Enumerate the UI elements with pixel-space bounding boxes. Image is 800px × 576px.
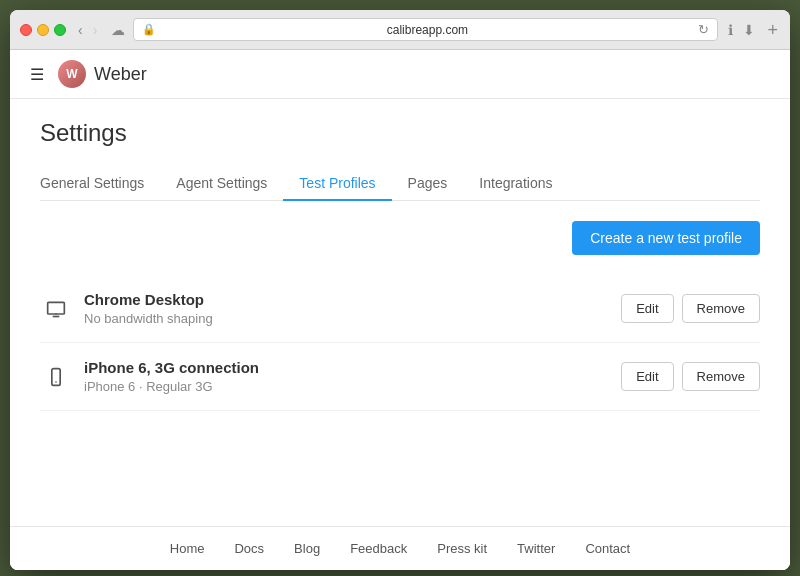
profile-list: Chrome Desktop No bandwidth shaping Edit… bbox=[40, 275, 760, 411]
edit-profile-button[interactable]: Edit bbox=[621, 294, 673, 323]
desktop-icon bbox=[40, 293, 72, 325]
footer-link-press-kit[interactable]: Press kit bbox=[437, 541, 487, 556]
footer-link-docs[interactable]: Docs bbox=[234, 541, 264, 556]
app-name: Weber bbox=[94, 64, 147, 85]
footer-link-feedback[interactable]: Feedback bbox=[350, 541, 407, 556]
action-row: Create a new test profile bbox=[40, 221, 760, 255]
profile-info: iPhone 6, 3G connection iPhone 6 · Regul… bbox=[84, 359, 621, 394]
tabs: General Settings Agent Settings Test Pro… bbox=[40, 167, 760, 201]
mobile-icon bbox=[40, 361, 72, 393]
page-title: Settings bbox=[40, 119, 760, 147]
profile-item: iPhone 6, 3G connection iPhone 6 · Regul… bbox=[40, 343, 760, 411]
svg-point-1 bbox=[55, 313, 57, 315]
tab-integrations[interactable]: Integrations bbox=[463, 167, 568, 201]
profile-desc: No bandwidth shaping bbox=[84, 311, 621, 326]
minimize-button[interactable] bbox=[37, 24, 49, 36]
svg-rect-0 bbox=[48, 302, 65, 314]
remove-profile-button[interactable]: Remove bbox=[682, 362, 760, 391]
browser-window: ‹ › ☁ 🔒 calibreapp.com ↻ ℹ ⬇ + ☰ W Weber… bbox=[10, 10, 790, 570]
profile-name: Chrome Desktop bbox=[84, 291, 621, 308]
nav-buttons: ‹ › bbox=[74, 21, 101, 39]
profile-item: Chrome Desktop No bandwidth shaping Edit… bbox=[40, 275, 760, 343]
profile-actions: Edit Remove bbox=[621, 294, 760, 323]
app-nav: ☰ W Weber bbox=[10, 50, 790, 99]
tab-test-profiles[interactable]: Test Profiles bbox=[283, 167, 391, 201]
url-text: calibreapp.com bbox=[160, 23, 694, 37]
remove-profile-button[interactable]: Remove bbox=[682, 294, 760, 323]
profile-desc: iPhone 6 · Regular 3G bbox=[84, 379, 621, 394]
tab-agent-settings[interactable]: Agent Settings bbox=[160, 167, 283, 201]
address-bar[interactable]: 🔒 calibreapp.com ↻ bbox=[133, 18, 718, 41]
footer-link-twitter[interactable]: Twitter bbox=[517, 541, 555, 556]
app-content: ☰ W Weber Settings General Settings Agen… bbox=[10, 50, 790, 570]
tab-pages[interactable]: Pages bbox=[392, 167, 464, 201]
browser-actions: ℹ ⬇ bbox=[726, 20, 757, 40]
profile-name: iPhone 6, 3G connection bbox=[84, 359, 621, 376]
back-button[interactable]: ‹ bbox=[74, 21, 87, 39]
svg-point-4 bbox=[55, 381, 57, 383]
browser-chrome: ‹ › ☁ 🔒 calibreapp.com ↻ ℹ ⬇ + bbox=[10, 10, 790, 50]
footer-link-blog[interactable]: Blog bbox=[294, 541, 320, 556]
svg-rect-3 bbox=[52, 368, 60, 385]
download-button[interactable]: ⬇ bbox=[741, 20, 757, 40]
close-button[interactable] bbox=[20, 24, 32, 36]
main-content: Settings General Settings Agent Settings… bbox=[10, 99, 790, 526]
tab-general-settings[interactable]: General Settings bbox=[40, 167, 160, 201]
traffic-lights bbox=[20, 24, 66, 36]
footer-link-home[interactable]: Home bbox=[170, 541, 205, 556]
profile-actions: Edit Remove bbox=[621, 362, 760, 391]
profile-info: Chrome Desktop No bandwidth shaping bbox=[84, 291, 621, 326]
app-footer: Home Docs Blog Feedback Press kit Twitte… bbox=[10, 526, 790, 570]
create-test-profile-button[interactable]: Create a new test profile bbox=[572, 221, 760, 255]
lock-icon: 🔒 bbox=[142, 23, 156, 36]
footer-link-contact[interactable]: Contact bbox=[585, 541, 630, 556]
icloud-icon: ☁ bbox=[111, 22, 125, 38]
maximize-button[interactable] bbox=[54, 24, 66, 36]
edit-profile-button[interactable]: Edit bbox=[621, 362, 673, 391]
hamburger-button[interactable]: ☰ bbox=[30, 63, 50, 86]
forward-button[interactable]: › bbox=[89, 21, 102, 39]
app-logo: W bbox=[58, 60, 86, 88]
info-button[interactable]: ℹ bbox=[726, 20, 735, 40]
new-tab-button[interactable]: + bbox=[765, 21, 780, 39]
reload-icon: ↻ bbox=[698, 22, 709, 37]
